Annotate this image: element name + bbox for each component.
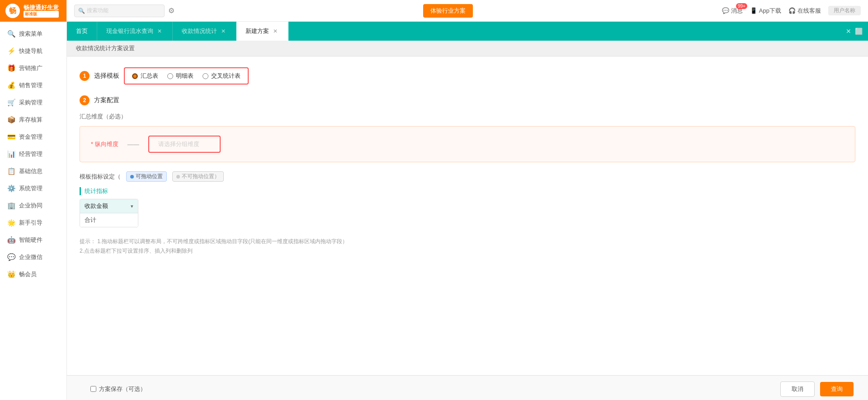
tab-receipt-stat[interactable]: 收款情况统计 ✕ bbox=[173, 22, 236, 41]
tab-maximize-icon[interactable]: ⬜ bbox=[855, 28, 863, 35]
dim-select-box[interactable]: 请选择分组维度 bbox=[148, 136, 221, 153]
radio-detail[interactable]: 明细表 bbox=[167, 72, 193, 80]
search-bar[interactable]: 🔍 搜索功能 bbox=[74, 5, 165, 17]
sidebar-item-member-label: 畅会员 bbox=[19, 270, 37, 278]
metric-col-header: 收款金额 bbox=[85, 202, 108, 210]
download-icon: 📱 bbox=[750, 7, 757, 14]
tab-close-all-icon[interactable]: ✕ bbox=[846, 28, 851, 35]
radio-detail-input[interactable] bbox=[167, 73, 173, 79]
sidebar-item-search[interactable]: 🔍 搜索菜单 bbox=[0, 25, 66, 42]
vertical-dim-label: * 纵向维度 bbox=[91, 140, 118, 148]
step2-section: 2 方案配置 汇总维度（必选） * 纵向维度 —— 请选择分组维度 bbox=[80, 95, 855, 255]
finance-icon: 💳 bbox=[7, 133, 15, 141]
message-icon: 💬 bbox=[722, 7, 729, 14]
tip-1: 提示： 1.拖动标题栏可以调整布局，不可跨维度或指标区域拖动目字段(只能在同一维… bbox=[80, 238, 855, 245]
sidebar-item-system[interactable]: ⚙️ 系统管理 bbox=[0, 180, 66, 197]
sidebar-item-purchase[interactable]: 🛒 采购管理 bbox=[0, 94, 66, 111]
sidebar-item-member[interactable]: 👑 畅会员 bbox=[0, 266, 66, 283]
tab-home[interactable]: 首页 bbox=[67, 22, 97, 41]
sidebar-item-enterprise[interactable]: 🏢 企业协同 bbox=[0, 197, 66, 214]
arrow-icon: —— bbox=[127, 141, 139, 148]
tab-home-label: 首页 bbox=[76, 27, 88, 35]
metrics-section: 模板指标设定（ 可拖动位置 不可拖动位置） 统计指标 bbox=[80, 171, 855, 229]
content-area: 收款情况统计方案设置 1 选择模板 汇总表 明细表 bbox=[67, 41, 868, 400]
app-download-button[interactable]: 📱 App下载 bbox=[750, 7, 781, 15]
sidebar-item-sales-label: 销售管理 bbox=[19, 81, 42, 89]
metric-header[interactable]: 收款金额 ▾ bbox=[80, 199, 138, 213]
non-draggable-dot bbox=[176, 175, 180, 179]
radio-cross-input[interactable] bbox=[203, 73, 208, 79]
radio-cross-label[interactable]: 交叉统计表 bbox=[211, 72, 241, 80]
search-placeholder: 搜索功能 bbox=[87, 7, 108, 14]
tab-new-plan-close[interactable]: ✕ bbox=[272, 28, 279, 35]
sidebar-item-finance[interactable]: 💳 资金管理 bbox=[0, 128, 66, 146]
metrics-header: 模板指标设定（ 可拖动位置 不可拖动位置） bbox=[80, 171, 855, 182]
save-option: 方案保存（可选） bbox=[81, 385, 775, 393]
radio-summary-label[interactable]: 汇总表 bbox=[141, 72, 158, 80]
step2-number: 2 bbox=[80, 95, 90, 105]
tab-new-plan-label: 新建方案 bbox=[245, 27, 269, 35]
dim-select-placeholder: 请选择分组维度 bbox=[158, 140, 199, 148]
notification-button[interactable]: 💬 消息 99+ bbox=[722, 7, 743, 15]
tab-receipt-stat-close[interactable]: ✕ bbox=[220, 28, 227, 35]
sidebar-item-system-label: 系统管理 bbox=[19, 184, 42, 193]
sidebar-item-management[interactable]: 📊 经营管理 bbox=[0, 146, 66, 163]
sidebar-item-purchase-label: 采购管理 bbox=[19, 99, 42, 107]
sidebar-item-wechat-label: 企业微信 bbox=[19, 253, 42, 261]
sidebar-item-management-label: 经营管理 bbox=[19, 150, 42, 158]
sidebar-item-search-label: 搜索菜单 bbox=[19, 30, 42, 38]
sidebar-item-guide[interactable]: 🌟 新手引导 bbox=[0, 214, 66, 231]
step1-header: 1 选择模板 汇总表 明细表 交叉统计表 bbox=[80, 67, 855, 85]
radio-detail-label[interactable]: 明细表 bbox=[176, 72, 193, 80]
logo-name: 畅捷通好生意 bbox=[24, 4, 59, 11]
step2-title: 方案配置 bbox=[94, 96, 119, 104]
radio-summary-input[interactable] bbox=[132, 73, 138, 79]
save-checkbox[interactable] bbox=[90, 386, 96, 392]
logo-badge: 标准版 bbox=[24, 11, 59, 18]
gear-icon[interactable]: ⚙ bbox=[168, 6, 175, 15]
sidebar-item-quick-nav[interactable]: ⚡ 快捷导航 bbox=[0, 42, 66, 60]
support-button[interactable]: 🎧 在线客服 bbox=[788, 7, 821, 15]
logo-icon: 畅 bbox=[5, 4, 20, 18]
metric-body: 合计 bbox=[80, 213, 138, 227]
system-icon: ⚙️ bbox=[7, 184, 15, 193]
tab-new-plan[interactable]: 新建方案 ✕ bbox=[236, 22, 288, 41]
chevron-down-icon[interactable]: ▾ bbox=[131, 203, 133, 209]
radio-cross[interactable]: 交叉统计表 bbox=[203, 72, 241, 80]
tab-bank-flow[interactable]: 现金银行流水查询 ✕ bbox=[97, 22, 173, 41]
sidebar-item-basic-info[interactable]: 📋 基础信息 bbox=[0, 163, 66, 180]
header-right: 💬 消息 99+ 📱 App下载 🎧 在线客服 用户名称 bbox=[722, 6, 861, 15]
guide-icon: 🌟 bbox=[7, 219, 15, 227]
sidebar-item-enterprise-label: 企业协同 bbox=[19, 202, 42, 210]
sidebar-item-guide-label: 新手引导 bbox=[19, 219, 42, 227]
sidebar-item-inventory[interactable]: 📦 库存核算 bbox=[0, 111, 66, 128]
metric-table: 收款金额 ▾ 合计 bbox=[80, 199, 138, 227]
query-button[interactable]: 查询 bbox=[820, 382, 854, 396]
draggable-dot bbox=[130, 175, 134, 179]
header-center: 体验行业方案 bbox=[423, 4, 473, 18]
radio-summary[interactable]: 汇总表 bbox=[132, 72, 158, 80]
sidebar-item-smart-hw[interactable]: 🤖 智能硬件 bbox=[0, 231, 66, 249]
support-label: 在线客服 bbox=[797, 7, 821, 15]
header-left: 🔍 搜索功能 ⚙ bbox=[74, 5, 175, 17]
sidebar-nav: 🔍 搜索菜单 ⚡ 快捷导航 🎁 营销推广 💰 销售管理 🛒 采购管理 📦 库存核… bbox=[0, 22, 66, 400]
sidebar-item-sales[interactable]: 💰 销售管理 bbox=[0, 77, 66, 94]
download-label: App下载 bbox=[759, 7, 781, 15]
step1-title: 选择模板 bbox=[94, 72, 119, 80]
search-icon: 🔍 bbox=[78, 8, 85, 14]
sidebar-item-wechat[interactable]: 💬 企业微信 bbox=[0, 249, 66, 266]
step1-number: 1 bbox=[80, 71, 90, 81]
trial-button[interactable]: 体验行业方案 bbox=[423, 4, 473, 18]
stat-label: 统计指标 bbox=[80, 187, 855, 195]
sidebar-item-smart-hw-label: 智能硬件 bbox=[19, 236, 42, 244]
sidebar-item-marketing[interactable]: 🎁 营销推广 bbox=[0, 60, 66, 77]
marketing-icon: 🎁 bbox=[7, 64, 15, 72]
tab-bank-flow-close[interactable]: ✕ bbox=[156, 28, 163, 35]
save-checkbox-label: 方案保存（可选） bbox=[99, 385, 146, 393]
form-container: 1 选择模板 汇总表 明细表 交叉统计表 bbox=[67, 56, 868, 375]
footer-bar: 方案保存（可选） 取消 查询 bbox=[67, 375, 868, 400]
metric-col-sub: 合计 bbox=[85, 216, 96, 223]
member-icon: 👑 bbox=[7, 270, 15, 278]
tips-section: 提示： 1.拖动标题栏可以调整布局，不可跨维度或指标区域拖动目字段(只能在同一维… bbox=[80, 238, 855, 255]
cancel-button[interactable]: 取消 bbox=[780, 381, 815, 397]
